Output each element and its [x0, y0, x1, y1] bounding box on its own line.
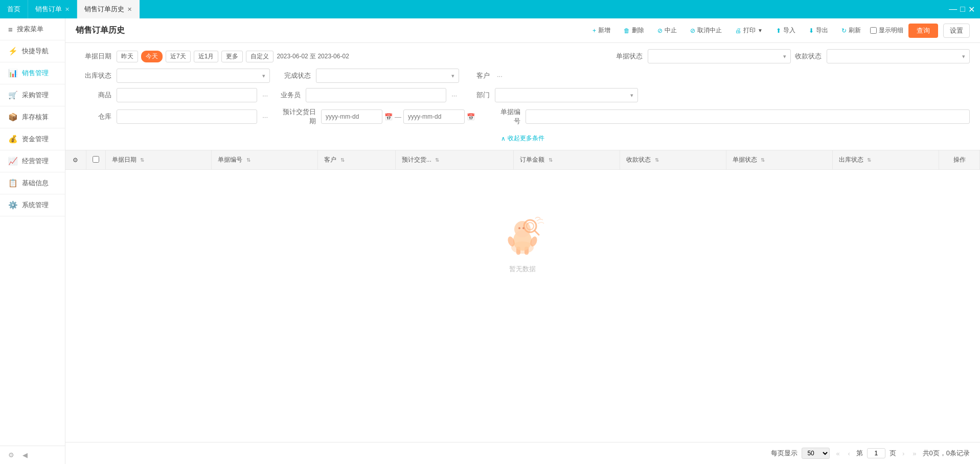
settings-gear-icon[interactable]: ⚙ — [73, 157, 78, 164]
delivery-date-end[interactable] — [403, 109, 465, 124]
export-button[interactable]: ⬇ 导出 — [805, 24, 832, 37]
delivery-date-end-cal-icon[interactable]: 📅 — [467, 113, 475, 121]
sidebar-collapse-icon[interactable]: ◀ — [22, 451, 28, 459]
show-detail-checkbox-label[interactable]: 显示明细 — [870, 26, 903, 35]
action-col-label: 操作 — [953, 156, 966, 163]
doc-status-select[interactable]: ▾ — [648, 49, 791, 63]
svg-point-10 — [518, 227, 520, 229]
import-label: 导入 — [783, 26, 795, 35]
refresh-icon: ↻ — [841, 27, 847, 34]
outbound-status-select[interactable]: ▾ — [117, 69, 270, 83]
goods-ellipsis[interactable]: ··· — [260, 92, 270, 99]
page-input[interactable] — [867, 448, 885, 458]
cancel-stop-button[interactable]: ⊘ 取消中止 — [686, 24, 726, 37]
outbound-status-col-label: 出库状态 — [839, 156, 863, 163]
maximize-btn[interactable]: □ — [960, 5, 965, 14]
doc-date-control: 昨天 今天 近7天 近1月 更多 自定义 2023-06-02 至 2023-0… — [117, 51, 612, 62]
new-button[interactable]: + 新增 — [588, 24, 614, 37]
inventory-icon: 📦 — [8, 113, 18, 122]
sidebar-item-purchase-mgmt[interactable]: 🛒 采购管理 — [0, 84, 65, 106]
per-page-select[interactable]: 50 10 20 100 — [802, 448, 830, 459]
tab-home[interactable]: 首页 — [0, 0, 28, 18]
col-doc-number[interactable]: 单据编号 ⇅ — [212, 150, 318, 170]
date-range-text: 2023-06-02 至 2023-06-02 — [277, 52, 349, 61]
customer-ellipsis[interactable]: ··· — [495, 72, 505, 80]
settings-button[interactable]: 设置 — [943, 24, 970, 38]
sidebar-item-inventory[interactable]: 📦 库存核算 — [0, 106, 65, 128]
payment-status-select[interactable]: ▾ — [827, 49, 970, 63]
svg-line-9 — [535, 231, 539, 235]
complete-status-select[interactable]: ▾ — [316, 69, 459, 83]
next-page-btn[interactable]: › — [900, 449, 906, 458]
col-checkbox[interactable] — [86, 150, 105, 170]
date-btn-more[interactable]: 更多 — [221, 51, 243, 62]
select-all-checkbox[interactable] — [93, 156, 99, 163]
sidebar-item-finance[interactable]: 💰 资金管理 — [0, 128, 65, 150]
col-delivery-date[interactable]: 预计交货... ⇅ — [395, 150, 513, 170]
stop-button[interactable]: ⊘ 中止 — [653, 24, 681, 37]
goods-select[interactable] — [117, 88, 257, 102]
collapse-button[interactable]: ∧ 收起更多条件 — [76, 131, 970, 144]
sidebar-item-purchase-mgmt-label: 采购管理 — [22, 91, 49, 100]
department-select[interactable]: ▾ — [495, 88, 638, 102]
prev-page-btn[interactable]: ‹ — [846, 449, 852, 458]
doc-number-input[interactable] — [526, 109, 970, 124]
delivery-date-start-cal-icon[interactable]: 📅 — [384, 113, 393, 121]
delete-button[interactable]: 🗑 删除 — [620, 24, 648, 37]
sidebar-item-search-menu[interactable]: ≡ 搜索菜单 — [0, 18, 65, 40]
col-doc-date[interactable]: 单据日期 ⇅ — [105, 150, 212, 170]
col-outbound-status[interactable]: 出库状态 ⇅ — [833, 150, 939, 170]
col-doc-status[interactable]: 单据状态 ⇅ — [726, 150, 833, 170]
warehouse-select[interactable] — [117, 109, 257, 124]
outbound-status-chevron: ▾ — [262, 73, 265, 79]
sidebar-item-sales-mgmt[interactable]: 📊 销售管理 — [0, 62, 65, 84]
payment-status-label: 收款状态 — [791, 52, 827, 61]
tab-sales-order-history[interactable]: 销售订单历史 ✕ — [77, 0, 140, 18]
customer-control: ··· — [495, 72, 970, 80]
date-btn-custom[interactable]: 自定义 — [246, 51, 274, 62]
first-page-btn[interactable]: « — [834, 449, 841, 458]
doc-number-control — [526, 109, 970, 124]
finance-icon: 💰 — [8, 135, 18, 144]
col-customer[interactable]: 客户 ⇅ — [318, 150, 395, 170]
per-page-label: 每页显示 — [771, 449, 797, 458]
delivery-date-start[interactable] — [321, 109, 382, 124]
query-button[interactable]: 查询 — [908, 24, 938, 38]
tab-sales-order[interactable]: 销售订单 ✕ — [28, 0, 77, 18]
last-page-btn[interactable]: » — [910, 449, 918, 458]
minimize-btn[interactable]: — — [949, 5, 957, 14]
sidebar-settings-icon[interactable]: ⚙ — [8, 451, 14, 459]
col-payment-status[interactable]: 收款状态 ⇅ — [620, 150, 726, 170]
import-button[interactable]: ⬆ 导入 — [772, 24, 800, 37]
goods-control: ··· — [117, 88, 270, 102]
salesperson-ellipsis[interactable]: ··· — [449, 92, 459, 99]
sidebar-item-basic-info[interactable]: 📋 基础信息 — [0, 172, 65, 194]
filter-row-4: 仓库 ··· 预计交货日期 📅 — 📅 单据编号 — [76, 107, 970, 126]
pagination: 每页显示 50 10 20 100 « ‹ 第 页 › » 共0页，0条记录 — [65, 442, 980, 464]
sidebar-item-quick-nav[interactable]: ⚡ 快捷导航 — [0, 40, 65, 62]
sidebar-item-operations[interactable]: 📈 经营管理 — [0, 150, 65, 172]
refresh-button[interactable]: ↻ 刷新 — [837, 24, 865, 37]
tab-sales-order-history-label: 销售订单历史 — [84, 5, 124, 14]
date-btn-1month[interactable]: 近1月 — [194, 51, 219, 62]
col-order-amount[interactable]: 订单金额 ⇅ — [514, 150, 620, 170]
date-btn-today[interactable]: 今天 — [141, 51, 163, 62]
warehouse-ellipsis[interactable]: ··· — [260, 113, 270, 121]
date-btn-7days[interactable]: 近7天 — [166, 51, 191, 62]
date-btn-yesterday[interactable]: 昨天 — [117, 51, 138, 62]
table-area: ⚙ 单据日期 ⇅ 单据编号 ⇅ — [65, 150, 980, 442]
top-bar: 首页 销售订单 ✕ 销售订单历史 ✕ — □ ✕ — [0, 0, 980, 18]
empty-state-row: 暂无数据 — [65, 170, 980, 315]
print-button[interactable]: 🖨 打印 ▼ — [731, 24, 767, 37]
col-settings[interactable]: ⚙ — [65, 150, 86, 170]
warehouse-control: ··· — [117, 109, 270, 124]
close-sales-order-history-icon[interactable]: ✕ — [127, 6, 132, 13]
salesperson-select[interactable] — [306, 88, 446, 102]
close-sales-order-icon[interactable]: ✕ — [65, 6, 70, 13]
doc-date-sort-icon: ⇅ — [140, 157, 144, 163]
sidebar-item-sys-mgmt[interactable]: ⚙️ 系统管理 — [0, 194, 65, 216]
doc-date-col-label: 单据日期 — [112, 156, 136, 163]
window-close-btn[interactable]: ✕ — [968, 5, 975, 14]
payment-status-col-label: 收款状态 — [626, 156, 651, 163]
show-detail-checkbox[interactable] — [870, 27, 877, 34]
